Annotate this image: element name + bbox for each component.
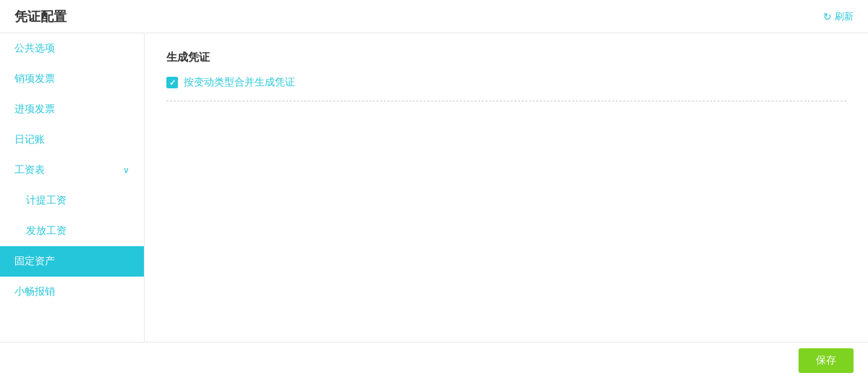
- sidebar-item-journal[interactable]: 日记账: [0, 125, 144, 155]
- page-title: 凭证配置: [14, 8, 67, 25]
- body: 公共选项 销项发票 进项发票 日记账 工资表 ∨ 计提工资 发放工资 固定资: [0, 33, 868, 342]
- sidebar-item-label: 小畅报销: [14, 285, 55, 298]
- section-divider: [166, 101, 846, 101]
- sidebar-item-purchase-invoice[interactable]: 进项发票: [0, 94, 144, 125]
- refresh-icon: ↻: [823, 11, 832, 22]
- section-title: 生成凭证: [166, 51, 846, 64]
- checkbox-label: 按变动类型合并生成凭证: [184, 76, 295, 89]
- sidebar-item-label: 计提工资: [26, 194, 67, 207]
- sidebar-item-label: 固定资产: [14, 255, 55, 268]
- check-mark-icon: ✓: [169, 78, 176, 88]
- sidebar-item-label: 进项发票: [14, 103, 55, 116]
- sidebar-item-label: 公共选项: [14, 42, 55, 55]
- refresh-button[interactable]: ↻ 刷新: [823, 10, 854, 23]
- save-button[interactable]: 保存: [799, 348, 854, 373]
- chevron-down-icon: ∨: [123, 165, 129, 175]
- sidebar-item-label: 工资表: [14, 164, 45, 177]
- page-wrapper: 凭证配置 ↻ 刷新 公共选项 销项发票 进项发票 日记账 工资表 ∨: [0, 0, 868, 378]
- sidebar-item-label: 日记账: [14, 133, 45, 146]
- main-content: 生成凭证 ✓ 按变动类型合并生成凭证: [145, 33, 868, 342]
- sidebar-item-payroll-accrual[interactable]: 计提工资: [0, 185, 144, 216]
- sidebar-item-public-options[interactable]: 公共选项: [0, 33, 144, 64]
- sidebar-item-payroll-payment[interactable]: 发放工资: [0, 216, 144, 246]
- sidebar-item-label: 销项发票: [14, 72, 55, 85]
- sidebar-item-expense-reimbursement[interactable]: 小畅报销: [0, 277, 144, 307]
- refresh-label: 刷新: [835, 10, 854, 23]
- merge-checkbox[interactable]: ✓: [166, 77, 178, 88]
- sidebar-item-sales-invoice[interactable]: 销项发票: [0, 64, 144, 94]
- sidebar: 公共选项 销项发票 进项发票 日记账 工资表 ∨ 计提工资 发放工资 固定资: [0, 33, 145, 342]
- sidebar-item-payroll-table[interactable]: 工资表 ∨: [0, 155, 144, 185]
- sidebar-item-label: 发放工资: [26, 224, 67, 238]
- header: 凭证配置 ↻ 刷新: [0, 0, 868, 33]
- checkbox-row: ✓ 按变动类型合并生成凭证: [166, 76, 846, 89]
- sidebar-item-fixed-assets[interactable]: 固定资产: [0, 246, 144, 277]
- footer: 保存: [0, 342, 868, 378]
